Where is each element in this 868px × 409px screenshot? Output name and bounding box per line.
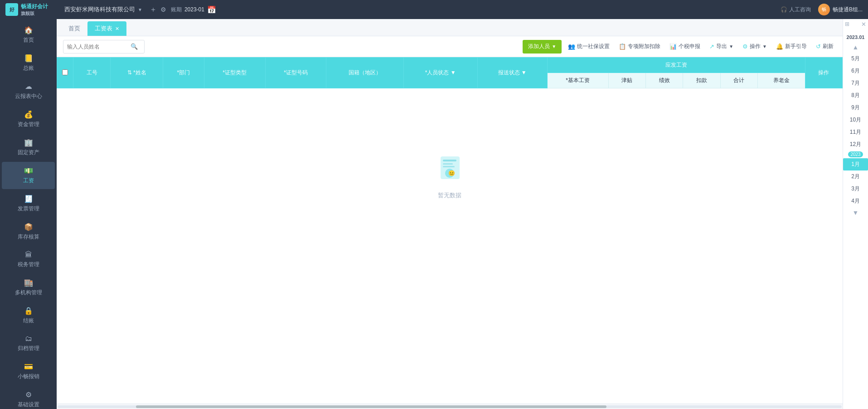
ops-label: 操作 (750, 43, 761, 50)
svg-text:😐: 😐 (448, 170, 455, 176)
sidebar-item-close[interactable]: 🔒 结账 (2, 302, 55, 329)
sidebar-item-label: 库存核算 (18, 233, 39, 241)
select-all-checkbox[interactable] (62, 69, 68, 75)
sidebar-item-label: 固定资产 (18, 149, 39, 156)
month-item-1[interactable]: 1月 (843, 158, 868, 170)
tab-salary[interactable]: 工资表 ✕ (87, 21, 126, 36)
th-allowance: 津贴 (608, 73, 645, 88)
app-logo: 好 畅通好会计 旗舰版 (5, 3, 60, 17)
sidebar-item-home[interactable]: 🏠 首页 (2, 21, 55, 49)
tab-home-label: 首页 (68, 24, 80, 33)
sidebar-item-label: 工资 (23, 177, 34, 185)
help-label: 人工咨询 (789, 6, 811, 14)
sidebar-item-fund[interactable]: 💰 资金管理 (2, 106, 55, 133)
period-value: 2023-01 (184, 6, 204, 13)
month-item-12[interactable]: 12月 (843, 138, 868, 151)
sidebar-item-tax[interactable]: 🏛 税务管理 (2, 246, 55, 273)
refresh-label: 刷新 (823, 43, 834, 50)
tax-report-button[interactable]: 📊 个税申报 (667, 40, 703, 54)
sidebar-item-asset[interactable]: 🏢 固定资产 (2, 134, 55, 161)
month-item-6[interactable]: 6月 (843, 65, 868, 77)
search-input[interactable] (67, 44, 131, 50)
ledger-icon: 📒 (24, 54, 33, 63)
th-performance: 绩效 (646, 73, 683, 88)
content-area: 首页 工资表 ✕ 🔍 添加人员 ▼ 👥 统一社保设置 (57, 19, 843, 409)
th-id-num: *证型号码 (265, 58, 326, 88)
th-name: ⇅ *姓名 (111, 58, 163, 88)
month-item-2[interactable]: 2月 (843, 170, 868, 183)
th-total: 合计 (720, 73, 757, 88)
search-wrap[interactable]: 🔍 (63, 40, 145, 54)
panel-close-button[interactable]: ✕ (861, 21, 866, 28)
deduct-label: 专项附加扣除 (628, 43, 660, 50)
month-item-10[interactable]: 10月 (843, 114, 868, 126)
user-info: 畅 畅捷通B组... (818, 4, 863, 15)
sidebar-item-settings[interactable]: ⚙ 基础设置 (2, 386, 55, 409)
avatar: 畅 (818, 4, 830, 15)
logo-icon: 好 (5, 3, 18, 16)
svg-rect-3 (443, 166, 455, 167)
top-bar-actions: ＋ ⚙ (150, 5, 166, 15)
empty-state: 😐 暂无数据 (57, 88, 843, 261)
month-item-3[interactable]: 3月 (843, 183, 868, 195)
calendar-icon[interactable]: 📅 (207, 5, 216, 14)
fund-icon: 💰 (24, 110, 33, 119)
help-button[interactable]: 🎧 人工咨询 (781, 6, 811, 14)
sidebar-item-multi[interactable]: 🏬 多机构管理 (2, 274, 55, 301)
ops-button[interactable]: ⚙ 操作 ▼ (740, 40, 770, 54)
user-label: 畅捷通B组... (833, 6, 863, 14)
export-label: 导出 (716, 43, 727, 50)
top-bar-right: 🎧 人工咨询 畅 畅捷通B组... (781, 4, 863, 15)
th-id: 工号 (73, 58, 111, 88)
ops-icon: ⚙ (742, 43, 748, 50)
tax-deduct-button[interactable]: 📋 专项附加扣除 (616, 40, 663, 54)
sidebar-item-label: 总账 (23, 64, 34, 72)
month-nav-up-button[interactable]: ▲ (853, 42, 859, 53)
toolbar: 🔍 添加人员 ▼ 👥 统一社保设置 📋 专项附加扣除 📊 个税申报 (57, 36, 843, 57)
month-item-4[interactable]: 4月 (843, 195, 868, 207)
horizontal-scrollbar[interactable] (57, 404, 843, 409)
sidebar-item-archive[interactable]: 🗂 归档管理 (2, 330, 55, 357)
guide-button[interactable]: 🔔 新手引导 (773, 40, 810, 54)
export-button[interactable]: ↗ 导出 ▼ (707, 40, 736, 54)
social-setting-button[interactable]: 👥 统一社保设置 (565, 40, 612, 54)
tab-home[interactable]: 首页 (61, 21, 87, 36)
scrollbar-thumb[interactable] (136, 405, 606, 408)
wage-icon: 💵 (24, 166, 33, 175)
th-dept: *部门 (163, 58, 204, 88)
refresh-button[interactable]: ↺ 刷新 (813, 40, 836, 54)
company-selector[interactable]: 西安虾米网络科技有限公司 ▼ (64, 5, 142, 14)
sidebar-item-expense[interactable]: 💳 小畅报销 (2, 358, 55, 385)
panel-expand-button[interactable]: ⊞ (845, 21, 849, 27)
sidebar-item-invoice[interactable]: 🧾 发票管理 (2, 190, 55, 217)
settings-icon[interactable]: ⚙ (160, 6, 166, 13)
company-name: 西安虾米网络科技有限公司 (64, 5, 135, 14)
sidebar-item-label: 发票管理 (18, 205, 39, 213)
export-arrow-icon: ▼ (729, 44, 733, 49)
salary-table: 工号 ⇅ *姓名 *部门 *证型类型 *证型号码 国籍（地区） *人员状态 ▼ … (57, 57, 843, 261)
scrollbar-track[interactable] (58, 405, 842, 408)
sidebar-item-label: 归档管理 (18, 345, 39, 352)
month-item-11[interactable]: 11月 (843, 126, 868, 138)
sidebar-item-stock[interactable]: 📦 库存核算 (2, 218, 55, 245)
add-person-button[interactable]: 添加人员 ▼ (523, 40, 562, 54)
social-label: 统一社保设置 (577, 43, 610, 50)
deduct-icon: 📋 (619, 43, 626, 50)
month-item-9[interactable]: 9月 (843, 102, 868, 114)
sidebar-item-wage[interactable]: 💵 工资 (2, 162, 55, 189)
refresh-icon: ↺ (816, 43, 821, 50)
month-nav-down-button[interactable]: ▼ (853, 207, 859, 218)
tab-close-icon[interactable]: ✕ (115, 26, 119, 32)
month-item-5[interactable]: 5月 (843, 53, 868, 65)
sidebar-item-cloud[interactable]: ☁ 云报表中心 (2, 78, 55, 105)
multi-icon: 🏬 (24, 278, 33, 287)
sidebar-item-ledger[interactable]: 📒 总账 (2, 49, 55, 77)
period-label: 账期 (171, 6, 182, 14)
add-icon[interactable]: ＋ (150, 5, 157, 15)
svg-rect-1 (443, 160, 456, 161)
th-base-wage: *基本工资 (547, 73, 608, 88)
month-item-8[interactable]: 8月 (843, 89, 868, 102)
month-item-7[interactable]: 7月 (843, 77, 868, 89)
dropdown-arrow-icon: ▼ (552, 44, 556, 49)
app-title: 畅通好会计 (21, 3, 48, 10)
